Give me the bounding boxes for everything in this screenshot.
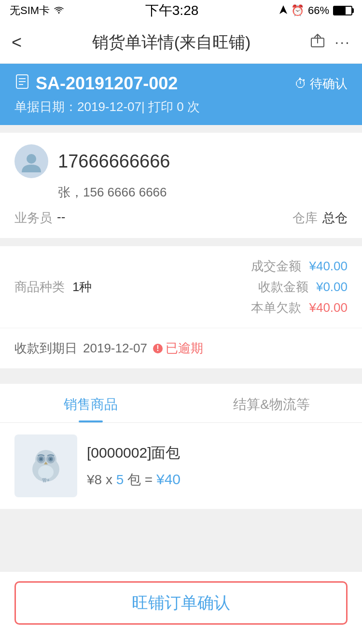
- status-left: 无SIM卡: [10, 3, 64, 18]
- multiply-sign: x: [106, 472, 116, 487]
- tab-settlement[interactable]: 结算&物流等: [181, 384, 362, 422]
- more-icon[interactable]: ···: [334, 33, 350, 51]
- customer-phone: 17666666666: [58, 151, 170, 172]
- summary-amounts: 成交金额 ¥40.00 收款金额 ¥0.00 本单欠款 ¥40.00: [188, 258, 348, 316]
- order-id: SA-20191207-002: [14, 73, 178, 94]
- product-price: ¥8 x 5 包 = ¥40: [87, 471, 348, 489]
- status-bar: 无SIM卡 下午3:28 ⏰ 66%: [0, 0, 362, 21]
- owed-value: ¥40.00: [309, 300, 348, 315]
- customer-meta: 业务员 -- 仓库 总仓: [14, 207, 348, 226]
- confirm-order-button[interactable]: 旺铺订单确认: [14, 581, 348, 625]
- sales-label: 业务员: [14, 210, 52, 226]
- status-right: ⏰ 66%: [279, 4, 352, 17]
- page-title: 销货单详情(来自旺铺): [41, 31, 302, 54]
- product-type-label: 商品种类: [14, 279, 65, 295]
- tab-sales[interactable]: 销售商品: [0, 384, 181, 422]
- tab-bar: 销售商品 结算&物流等: [0, 384, 362, 423]
- warehouse-label: 仓库: [292, 210, 318, 226]
- order-icon: [14, 73, 30, 94]
- back-button[interactable]: <: [12, 32, 41, 53]
- separator2: [0, 368, 362, 376]
- alarm-icon: ⏰: [291, 4, 304, 17]
- customer-card: 17666666666 张，156 6666 6666 业务员 -- 仓库 总仓: [0, 133, 362, 238]
- status-time: 下午3:28: [145, 1, 199, 20]
- location-icon: [279, 4, 287, 17]
- quantity: 5: [116, 472, 124, 487]
- summary-card: 商品种类 1种 成交金额 ¥40.00 收款金额 ¥0.00 本单欠款 ¥40.…: [0, 246, 362, 328]
- warehouse-value: 总仓: [322, 210, 348, 226]
- bottom-bar: 旺铺订单确认: [0, 571, 362, 644]
- table-row: 管+ [0000002]面包 ¥8 x 5 包 = ¥40: [0, 423, 362, 509]
- owed-label: 本单欠款: [251, 299, 301, 316]
- clock-icon: ⏱: [294, 76, 307, 91]
- svg-point-6: [27, 154, 36, 164]
- transaction-label: 成交金额: [251, 258, 301, 275]
- total-price: ¥40: [156, 471, 181, 487]
- due-date-card: 收款到期日 2019-12-07 ! 已逾期: [0, 328, 362, 368]
- carrier-label: 无SIM卡: [10, 3, 50, 18]
- sales-value: --: [57, 210, 65, 226]
- order-header: SA-20191207-002 ⏱ 待确认 单据日期：2019-12-07| 打…: [0, 64, 362, 125]
- battery-icon: [333, 6, 352, 15]
- nav-actions: ···: [302, 33, 350, 51]
- svg-point-14: [50, 458, 52, 460]
- product-thumbnail: 管+: [14, 434, 77, 497]
- product-name: [0000002]面包: [87, 443, 348, 463]
- product-type-value: 1种: [72, 279, 92, 295]
- battery-percent: 66%: [308, 4, 329, 17]
- svg-point-13: [40, 458, 42, 460]
- due-date-label: 收款到期日: [14, 340, 77, 357]
- customer-name: 张，156 6666 6666: [14, 184, 348, 201]
- overdue-text: 已逾期: [166, 340, 203, 357]
- equals-sign: =: [145, 472, 156, 487]
- unit: 包: [127, 472, 141, 487]
- product-info: [0000002]面包 ¥8 x 5 包 = ¥40: [87, 434, 348, 497]
- received-label: 收款金额: [258, 279, 308, 295]
- avatar: [14, 144, 48, 178]
- wifi-icon: [54, 4, 64, 17]
- nav-bar: < 销货单详情(来自旺铺) ···: [0, 21, 362, 64]
- overdue-badge: ! 已逾期: [153, 340, 203, 357]
- svg-point-0: [58, 12, 60, 14]
- overdue-icon: !: [153, 344, 163, 353]
- transaction-value: ¥40.00: [309, 259, 348, 274]
- svg-point-16: [38, 465, 54, 479]
- due-date-value: 2019-12-07: [83, 341, 147, 356]
- share-icon[interactable]: [310, 33, 325, 51]
- svg-text:管+: 管+: [42, 477, 50, 483]
- product-list: 管+ [0000002]面包 ¥8 x 5 包 = ¥40: [0, 423, 362, 509]
- received-value: ¥0.00: [316, 280, 348, 294]
- separator1: [0, 238, 362, 238]
- order-date: 单据日期：2019-12-07| 打印 0 次: [14, 98, 348, 115]
- unit-price: ¥8: [87, 472, 102, 487]
- order-status: ⏱ 待确认: [294, 75, 348, 92]
